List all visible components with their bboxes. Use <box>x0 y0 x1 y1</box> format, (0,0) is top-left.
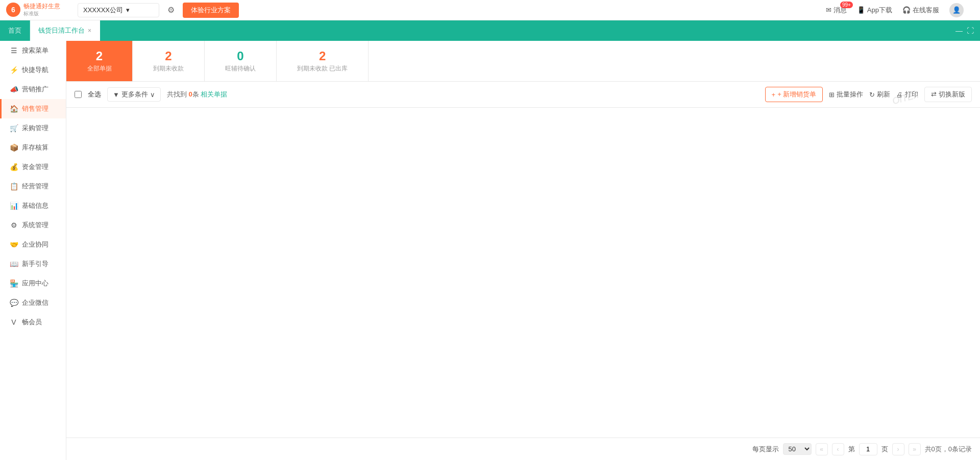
stat-number-shipped: 2 <box>319 49 326 63</box>
logo-name: 畅捷通好生意 <box>23 3 60 10</box>
online-service-button[interactable]: 🎧 在线客服 <box>902 6 939 15</box>
stat-card-wangfu[interactable]: 0 旺辅待确认 <box>205 41 277 81</box>
sales-icon: 🏠 <box>10 105 18 113</box>
total-text: 共0页，0条记录 <box>925 445 972 454</box>
tab-home[interactable]: 首页 <box>0 20 30 41</box>
sidebar-item-search[interactable]: ☰ 搜索菜单 <box>0 41 66 60</box>
operations-icon: 📋 <box>10 182 18 190</box>
sidebar-item-label: 销售管理 <box>22 104 48 113</box>
print-label: 打印 <box>905 90 918 99</box>
print-button[interactable]: 🖨 打印 <box>896 90 918 99</box>
stat-card-all[interactable]: 2 全部单据 <box>66 41 133 81</box>
minimize-icon[interactable]: — <box>955 27 963 35</box>
stat-card-shipped[interactable]: 2 到期未收款 已出库 <box>277 41 369 81</box>
basics-icon: 📊 <box>10 202 18 210</box>
select-all-checkbox[interactable] <box>75 91 82 98</box>
maximize-icon[interactable]: ⛶ <box>967 27 974 35</box>
enterprise-icon: 🤝 <box>10 240 18 249</box>
sidebar-item-sales[interactable]: 🏠 销售管理 <box>0 99 66 118</box>
finance-icon: 💰 <box>10 163 18 171</box>
sidebar-item-label: 企业微信 <box>22 298 48 307</box>
refresh-button[interactable]: ↻ 刷新 <box>869 90 890 99</box>
sidebar-item-label: 企业协同 <box>22 240 48 249</box>
toolbar-right: + + 新增销货单 ⊞ 批量操作 ↻ 刷新 🖨 打印 ⇄ 切换新版 <box>765 87 972 102</box>
sidebar-item-purchase[interactable]: 🛒 采购管理 <box>0 118 66 138</box>
related-orders-link[interactable]: 相关单据 <box>201 90 227 98</box>
tab-daily-work[interactable]: 钱货日清工作台 × <box>30 20 100 41</box>
batch-icon: ⊞ <box>829 91 835 99</box>
per-page-select[interactable]: 50 100 200 <box>783 443 812 455</box>
pagination-bar: 每页显示 50 100 200 « ‹ 第 页 › » 共0页，0条记录 <box>66 438 980 460</box>
found-count: 0 <box>189 90 192 98</box>
sidebar-item-guide[interactable]: 📖 新手引导 <box>0 254 66 274</box>
stat-number-all: 2 <box>96 49 103 63</box>
next-page-button[interactable]: › <box>892 443 904 455</box>
trial-button[interactable]: 体验行业方案 <box>183 3 239 18</box>
tab-home-label: 首页 <box>8 26 21 35</box>
select-all-label: 全选 <box>88 90 101 99</box>
switch-version-button[interactable]: ⇄ 切换新版 <box>924 87 972 102</box>
page-suffix: 页 <box>881 445 888 454</box>
message-badge: 99+ <box>840 2 853 8</box>
sidebar-item-finance[interactable]: 💰 资金管理 <box>0 157 66 177</box>
stats-row: 2 全部单据 2 到期未收款 0 旺辅待确认 2 到期未收款 已出库 <box>66 41 980 82</box>
sidebar-item-label: 基础信息 <box>22 201 48 210</box>
table-area <box>66 108 980 438</box>
last-page-button[interactable]: » <box>909 443 921 455</box>
sidebar-item-system[interactable]: ⚙ 系统管理 <box>0 215 66 235</box>
appcenter-icon: 🏪 <box>10 279 18 287</box>
page-number-input[interactable] <box>859 443 877 455</box>
sidebar: ☰ 搜索菜单 ⚡ 快捷导航 📣 营销推广 🏠 销售管理 🛒 采购管理 📦 库存核… <box>0 41 66 460</box>
weixin-icon: 💬 <box>10 299 18 307</box>
marketing-icon: 📣 <box>10 85 18 93</box>
header-right: ✉ 消息 99+ 📱 App下载 🎧 在线客服 👤 <box>826 3 974 17</box>
print-icon: 🖨 <box>896 91 903 99</box>
sidebar-item-weixin[interactable]: 💬 企业微信 <box>0 293 66 312</box>
first-page-button[interactable]: « <box>816 443 828 455</box>
sidebar-item-enterprise[interactable]: 🤝 企业协同 <box>0 235 66 254</box>
filter-icon: ▼ <box>113 91 119 99</box>
logo-icon: 6 <box>6 3 20 17</box>
refresh-label: 刷新 <box>877 90 890 99</box>
sidebar-item-label: 新手引导 <box>22 259 48 269</box>
batch-operation-button[interactable]: ⊞ 批量操作 <box>829 90 863 99</box>
company-selector[interactable]: XXXXXX公司 ▾ <box>78 3 159 17</box>
tab-daily-work-label: 钱货日清工作台 <box>38 26 85 35</box>
settings-button[interactable]: ⚙ <box>163 3 179 18</box>
message-button[interactable]: ✉ 消息 99+ <box>826 6 847 15</box>
found-text: 共找到 0条 相关单据 <box>167 90 227 99</box>
stat-label-all: 全部单据 <box>87 64 112 73</box>
nav-tabs: 首页 钱货日清工作台 × — ⛶ <box>0 20 980 41</box>
filter-label: 更多条件 <box>121 90 148 99</box>
add-sales-order-button[interactable]: + + 新增销货单 <box>765 87 823 102</box>
sidebar-item-label: 快捷导航 <box>22 65 48 75</box>
app-download-button[interactable]: 📱 App下载 <box>857 6 892 15</box>
sidebar-item-inventory[interactable]: 📦 库存核算 <box>0 138 66 157</box>
sidebar-item-basics[interactable]: 📊 基础信息 <box>0 196 66 215</box>
toolbar: 全选 ▼ 更多条件 ∨ 共找到 0条 相关单据 + + 新增销货单 ⊞ 批量操作 <box>66 82 980 108</box>
sidebar-item-operations[interactable]: 📋 经营管理 <box>0 177 66 196</box>
top-header: 6 畅捷通好生意 标准版 XXXXXX公司 ▾ ⚙ 体验行业方案 ✉ 消息 99… <box>0 0 980 20</box>
stat-label-shipped: 到期未收款 已出库 <box>297 64 348 73</box>
add-btn-label: + 新增销货单 <box>777 90 816 99</box>
stat-number-overdue: 2 <box>165 49 172 63</box>
avatar[interactable]: 👤 <box>949 3 964 17</box>
filter-button[interactable]: ▼ 更多条件 ∨ <box>107 87 161 102</box>
inventory-icon: 📦 <box>10 143 18 152</box>
stat-card-overdue[interactable]: 2 到期未收款 <box>133 41 205 81</box>
per-page-label: 每页显示 <box>752 445 779 454</box>
switch-icon: ⇄ <box>931 90 937 98</box>
sidebar-item-appcenter[interactable]: 🏪 应用中心 <box>0 274 66 293</box>
sidebar-item-member[interactable]: V 畅会员 <box>0 312 66 332</box>
guide-icon: 📖 <box>10 260 18 268</box>
prev-page-button[interactable]: ‹ <box>832 443 844 455</box>
sidebar-item-label: 采购管理 <box>22 124 48 133</box>
sidebar-item-label: 经营管理 <box>22 182 48 191</box>
quick-nav-icon: ⚡ <box>10 66 18 74</box>
stat-label-wangfu: 旺辅待确认 <box>225 64 256 73</box>
sidebar-item-label: 营销推广 <box>22 85 48 94</box>
close-tab-icon[interactable]: × <box>88 27 91 34</box>
logo-badge: 标准版 <box>23 10 60 17</box>
sidebar-item-quicknav[interactable]: ⚡ 快捷导航 <box>0 60 66 80</box>
sidebar-item-marketing[interactable]: 📣 营销推广 <box>0 80 66 99</box>
